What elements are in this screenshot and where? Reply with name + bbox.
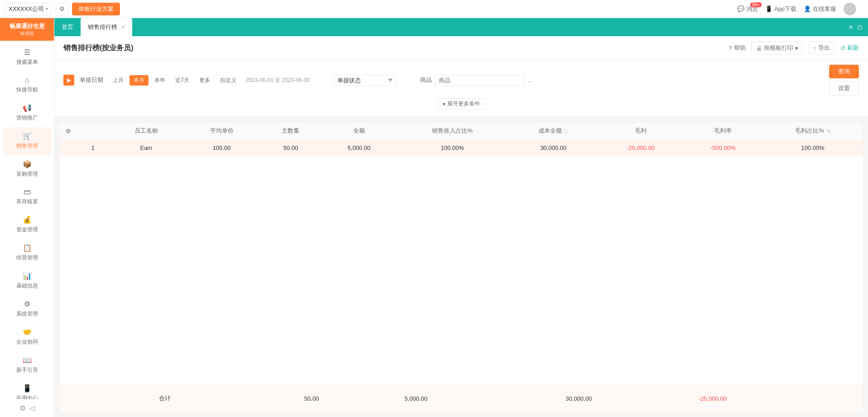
col-avg-price: 平均单价 <box>184 122 259 140</box>
expand-conditions-button[interactable]: ▾ 展开更多条件 <box>437 98 486 110</box>
sidebar-item-system[interactable]: ⚙ 系统管理 <box>3 295 51 322</box>
sidebar-item-marketing[interactable]: 📢 营销推广 <box>3 99 51 126</box>
avatar[interactable] <box>844 3 856 15</box>
tab-sales-ranking[interactable]: 销售排行榜 × <box>81 18 132 36</box>
logo-area: 畅康通好生意 标准版 <box>0 18 54 41</box>
right-action-buttons: 查询 设置 <box>829 65 859 96</box>
export-label: 导出 <box>818 44 830 52</box>
expand-row: ▾ 展开更多条件 <box>63 96 859 112</box>
sidebar-item-quick-nav[interactable]: ⌂ 快捷导航 <box>3 72 51 98</box>
top-right-area: 💬 消息 99+ 📱 App下载 👤 在线客服 <box>737 3 863 15</box>
cell-settings <box>59 140 77 156</box>
footer-gross-pct <box>820 390 858 407</box>
col-cost: 成本全额 ⓘ <box>509 122 598 140</box>
footer-gross: -25,000.00 <box>644 390 781 407</box>
sidebar-item-search[interactable]: ☰ 搜索菜单 <box>3 43 51 71</box>
status-select[interactable]: 单据状态 <box>333 75 397 86</box>
filter-toggle-button[interactable]: ▶ <box>63 75 74 86</box>
sidebar-item-sales[interactable]: 🛒 销售管理 <box>3 127 51 154</box>
expand-icon: ▾ <box>443 101 446 107</box>
footer-sales-pct <box>475 390 513 407</box>
search-icon: ☰ <box>24 48 30 57</box>
col-gross: 毛利 <box>598 122 683 140</box>
date-label: 单据日期 <box>80 76 103 84</box>
sidebar-label-app-center: 应用中心 <box>16 394 38 399</box>
system-icon: ⚙ <box>24 300 30 308</box>
date-tab-last-month[interactable]: 上月 <box>109 75 128 86</box>
sidebar-item-basic-info[interactable]: 📊 基础信息 <box>3 267 51 294</box>
window-maximize-button[interactable]: ⊡ <box>857 24 863 31</box>
top-bar: XXXXXX公司 ▾ ⚙ 体验行业方案 💬 消息 99+ 📱 App下载 👤 在… <box>0 0 868 18</box>
sidebar-item-enterprise[interactable]: 🤝 企业协同 <box>3 323 51 350</box>
filter-row-1: ▶ 单据日期 上月 本月 本年 近7天 更多 自定义 2023-06-01 至 … <box>63 65 859 96</box>
date-tab-7days[interactable]: 近7天 <box>171 75 193 86</box>
cell-qty: 50.00 <box>259 140 322 156</box>
online-service-button[interactable]: 👤 在线客服 <box>804 5 836 13</box>
service-icon: 👤 <box>804 5 811 12</box>
message-icon: 💬 <box>737 5 744 12</box>
refresh-icon: ↺ <box>840 45 845 52</box>
trial-button[interactable]: 体验行业方案 <box>72 3 120 15</box>
sidebar-item-guide[interactable]: 📖 新手引导 <box>3 351 51 379</box>
page-title: 销售排行榜(按业务员) <box>63 43 134 53</box>
date-tabs: 上月 本月 本年 近7天 更多 自定义 <box>109 75 240 86</box>
purchase-icon: 📦 <box>23 160 32 168</box>
sidebar-label-system: 系统管理 <box>16 310 38 318</box>
sidebar-item-operations[interactable]: 📋 经营管理 <box>3 239 51 266</box>
logo-title: 畅康通好生意 <box>10 22 45 30</box>
goods-input[interactable] <box>435 75 525 86</box>
sidebar-label-operations: 经营管理 <box>16 254 38 262</box>
sidebar-label-inventory: 库存核算 <box>16 198 38 206</box>
cell-rank: 1 <box>77 140 109 156</box>
help-button[interactable]: ? 帮助 <box>729 44 745 52</box>
sidebar-collapse-button[interactable]: ◁ <box>29 404 35 412</box>
table-row: 1 Eam 100.00 50.00 5,000.00 100.00% 30,0… <box>59 140 863 156</box>
sidebar-item-finance[interactable]: 💰 资金管理 <box>3 211 51 238</box>
more-options-button[interactable]: ... <box>528 77 532 83</box>
col-gross-pct: 毛利占比% ⇅ <box>762 122 863 140</box>
settings-button[interactable]: 设置 <box>829 81 859 96</box>
content-area: 首页 销售排行榜 × ✕ ⊡ 销售排行榜(按业务员) ? 帮助 <box>54 18 868 417</box>
main-container: 畅康通好生意 标准版 ☰ 搜索菜单 ⌂ 快捷导航 📢 营销推广 🛒 销售管理 📦 <box>0 18 868 417</box>
sidebar-item-inventory[interactable]: 🗃 库存核算 <box>3 183 51 210</box>
sidebar-label-basic-info: 基础信息 <box>16 282 38 290</box>
tab-bar: 首页 销售排行榜 × ✕ ⊡ <box>54 18 868 36</box>
footer-amount: 5,000.00 <box>357 390 475 407</box>
table-header-row: ⚙ 员工名称 平均单价 主数量 全额 销售收入占比% 成本全额 ⓘ <box>59 122 863 140</box>
table-scroll: ⚙ 员工名称 平均单价 主数量 全额 销售收入占比% 成本全额 ⓘ <box>59 122 863 385</box>
tab-home[interactable]: 首页 <box>54 18 81 36</box>
cell-gross-rate: -500.00% <box>683 140 762 156</box>
sidebar-item-purchase[interactable]: 📦 采购管理 <box>3 155 51 182</box>
col-settings[interactable]: ⚙ <box>59 122 77 140</box>
tab-right-actions: ✕ ⊡ <box>848 24 868 31</box>
sidebar-item-app-center[interactable]: 📱 应用中心 <box>3 379 51 399</box>
guide-icon: 📖 <box>23 356 32 364</box>
enterprise-icon: 🤝 <box>23 328 32 336</box>
topbar-settings-button[interactable]: ⚙ <box>56 3 68 15</box>
app-download-label: App下载 <box>774 5 796 13</box>
footer-cell-spacer1 <box>65 390 83 407</box>
window-close-button[interactable]: ✕ <box>848 24 854 31</box>
date-tab-more[interactable]: 更多 <box>195 75 214 86</box>
date-tab-custom[interactable]: 自定义 <box>216 75 240 86</box>
tab-close-icon[interactable]: × <box>122 24 125 30</box>
cell-gross-pct: 100.00% <box>762 140 863 156</box>
cost-info-icon: ⓘ <box>564 129 568 134</box>
footer-gross-rate <box>781 390 819 407</box>
sort-icon: ⇅ <box>827 129 830 134</box>
print-icon: 🖨 <box>756 45 762 52</box>
export-button[interactable]: ↑ 导出 <box>809 42 835 54</box>
print-button[interactable]: 🖨 按模板打印 ▾ <box>751 42 803 54</box>
refresh-button[interactable]: ↺ 刷新 <box>840 44 859 52</box>
download-icon: 📱 <box>765 5 772 12</box>
company-name: XXXXXX公司 <box>9 5 44 13</box>
cell-gross: -25,000.00 <box>598 140 683 156</box>
date-tab-this-month[interactable]: 本月 <box>129 75 149 86</box>
company-selector[interactable]: XXXXXX公司 ▾ <box>5 3 52 15</box>
notification-button[interactable]: 💬 消息 99+ <box>737 5 758 13</box>
query-button[interactable]: 查询 <box>829 65 859 78</box>
marketing-icon: 📢 <box>23 104 32 112</box>
sidebar-settings-button[interactable]: ⚙ <box>19 404 26 412</box>
app-download-button[interactable]: 📱 App下载 <box>765 5 796 13</box>
date-tab-this-year[interactable]: 本年 <box>150 75 169 86</box>
